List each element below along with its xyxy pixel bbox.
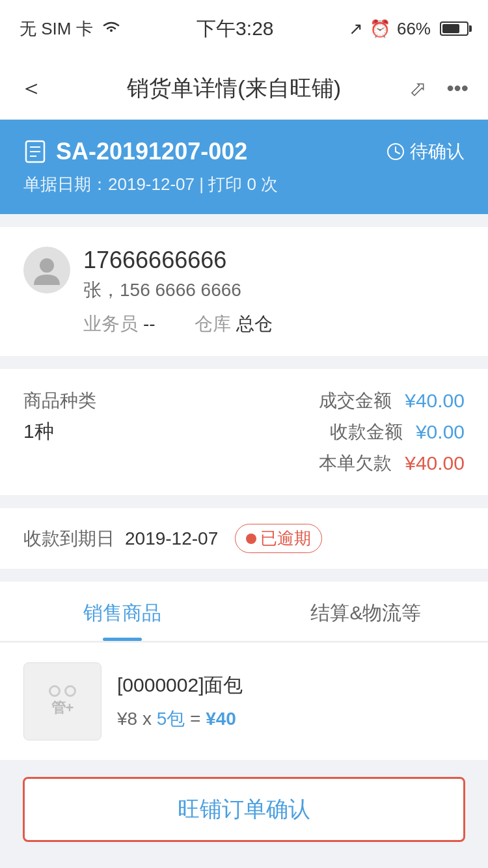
amount-row: 成交金额 ¥40.00 <box>319 388 465 413</box>
summary-section: 商品种类 1种 成交金额 ¥40.00 收款金额 ¥0.00 本单欠款 ¥40.… <box>0 369 488 495</box>
product-price: ¥8 x 5包 = ¥40 <box>117 707 465 731</box>
warehouse-meta: 仓库 总仓 <box>195 312 273 336</box>
order-header: SA-20191207-002 待确认 单据日期：2019-12-07 | 打印… <box>0 120 488 214</box>
confirm-button-wrap: 旺铺订单确认 <box>23 777 465 842</box>
nav-bar: ＜ 销货单详情(来自旺铺) ⬀ ••• <box>0 57 488 120</box>
received-row: 收款金额 ¥0.00 <box>330 420 465 444</box>
avatar-icon <box>31 254 63 286</box>
due-date-value: 2019-12-07 <box>125 528 218 549</box>
overdue-label: 已逾期 <box>260 527 311 550</box>
battery-text: 66% <box>397 19 431 39</box>
product-item: 管+ [0000002]面包 ¥8 x 5包 = ¥40 <box>23 662 465 740</box>
nav-right: ⬀ ••• <box>409 76 468 101</box>
more-button[interactable]: ••• <box>446 76 468 100</box>
owl-text: 管+ <box>51 698 74 718</box>
debt-label: 本单欠款 <box>319 451 392 476</box>
owl-logo: 管+ <box>49 685 76 718</box>
customer-card: 17666666666 张，156 6666 6666 业务员 -- 仓库 总仓 <box>0 227 488 356</box>
wifi-icon <box>101 19 122 39</box>
product-qty: 5包 <box>157 709 185 729</box>
tab-settlement[interactable]: 结算&物流等 <box>244 582 488 641</box>
alarm-icon: ⏰ <box>370 19 390 39</box>
location-icon: ↗ <box>349 19 363 39</box>
product-name: [0000002]面包 <box>117 672 465 699</box>
product-info: [0000002]面包 ¥8 x 5包 = ¥40 <box>117 672 465 731</box>
customer-section: 17666666666 张，156 6666 6666 业务员 -- 仓库 总仓 <box>23 247 465 336</box>
owl-eyes <box>49 685 76 697</box>
category-value: 1种 <box>23 418 96 445</box>
status-time: 下午3:28 <box>197 16 273 42</box>
order-icon <box>23 140 47 163</box>
share-button[interactable]: ⬀ <box>409 76 427 101</box>
customer-name: 张，156 6666 6666 <box>83 278 465 303</box>
status-left: 无 SIM 卡 <box>20 18 122 40</box>
summary-right: 成交金额 ¥40.00 收款金额 ¥0.00 本单欠款 ¥40.00 <box>319 388 465 476</box>
warehouse-label: 仓库 <box>195 312 231 336</box>
amount-label: 成交金额 <box>319 388 392 413</box>
back-button[interactable]: ＜ <box>20 72 43 104</box>
tab-sales-product[interactable]: 销售商品 <box>0 582 244 641</box>
customer-phone: 17666666666 <box>83 247 465 274</box>
product-total: ¥40 <box>206 709 236 729</box>
owl-eye-left <box>49 685 61 697</box>
product-section: 管+ [0000002]面包 ¥8 x 5包 = ¥40 <box>0 643 488 760</box>
nav-left: ＜ <box>20 72 59 104</box>
due-label: 收款到期日 <box>23 526 115 551</box>
due-date-section: 收款到期日 2019-12-07 已逾期 <box>0 508 488 569</box>
warehouse-value: 总仓 <box>236 312 273 336</box>
price-equal: = <box>190 709 206 729</box>
page-title: 销货单详情(来自旺铺) <box>127 74 341 103</box>
customer-info: 17666666666 张，156 6666 6666 业务员 -- 仓库 总仓 <box>83 247 465 336</box>
customer-meta: 业务员 -- 仓库 总仓 <box>83 312 465 336</box>
received-label: 收款金额 <box>330 420 403 444</box>
svg-line-6 <box>396 152 400 154</box>
tabs-row: 销售商品 结算&物流等 <box>0 582 488 641</box>
received-value: ¥0.00 <box>416 421 465 443</box>
sales-value: -- <box>143 314 156 334</box>
avatar <box>23 247 70 293</box>
category-label: 商品种类 <box>23 388 96 413</box>
debt-value: ¥40.00 <box>405 452 465 474</box>
carrier-label: 无 SIM 卡 <box>20 18 93 40</box>
confirm-order-button[interactable]: 旺铺订单确认 <box>23 777 465 842</box>
overdue-dot-icon <box>246 534 256 544</box>
price-multiply: x <box>142 709 157 729</box>
sales-meta: 业务员 -- <box>83 312 156 336</box>
overdue-badge: 已逾期 <box>235 524 322 553</box>
order-id-row: SA-20191207-002 待确认 <box>23 138 465 165</box>
debt-row: 本单欠款 ¥40.00 <box>319 451 465 476</box>
sales-label: 业务员 <box>83 312 138 336</box>
status-right: ↗ ⏰ 66% <box>349 19 468 39</box>
battery-icon <box>440 21 468 36</box>
summary-left: 商品种类 1种 <box>23 388 96 445</box>
product-thumbnail: 管+ <box>23 662 102 740</box>
product-unit-price: ¥8 <box>117 709 137 729</box>
owl-eye-right <box>64 685 76 697</box>
tabs-section: 销售商品 结算&物流等 <box>0 582 488 642</box>
order-status: 待确认 <box>386 139 465 164</box>
clock-icon <box>386 142 405 161</box>
svg-point-7 <box>40 258 54 273</box>
order-date: 单据日期：2019-12-07 | 打印 0 次 <box>23 173 465 196</box>
status-bar: 无 SIM 卡 下午3:28 ↗ ⏰ 66% <box>0 0 488 57</box>
order-id: SA-20191207-002 <box>23 138 247 165</box>
amount-value: ¥40.00 <box>405 390 465 412</box>
